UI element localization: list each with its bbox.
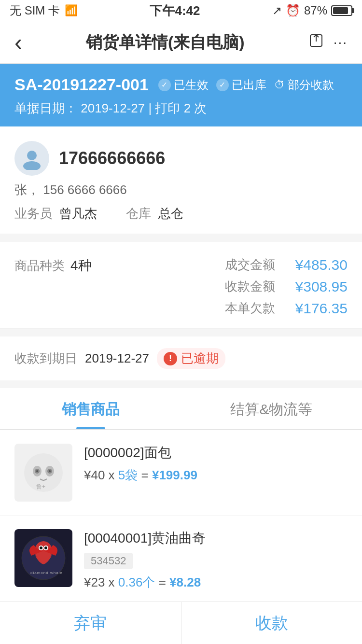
tab-settlement-label: 结算&物流等 <box>230 401 312 417</box>
badge-shipped-label: 已出库 <box>232 77 266 93</box>
date-label: 单据日期： <box>14 101 77 115</box>
svg-point-18 <box>44 546 47 549</box>
badge-partial: ⏱ 部分收款 <box>274 77 334 93</box>
print-info: | 打印 2 次 <box>148 101 207 115</box>
tabs-container: 销售商品 结算&物流等 <box>0 388 362 429</box>
tab-settlement[interactable]: 结算&物流等 <box>181 388 362 429</box>
status-right: ↗ ⏰ 87% <box>272 4 352 17</box>
product-item: 鲁+ [0000002]面包 ¥40 x 5袋 = ¥199.99 <box>0 430 362 516</box>
customer-top: 17666666666 <box>14 141 348 176</box>
product-info-2: [00040001]黄油曲奇 534532 ¥23 x 0.36个 = ¥8.2… <box>84 529 348 591</box>
cancel-label: 弃审 <box>74 612 107 634</box>
sales-person-value: 曾凡杰 <box>59 206 97 221</box>
product-price-1: ¥40 x 5袋 = ¥199.99 <box>84 467 348 484</box>
clock-icon: ⏱ <box>274 79 285 91</box>
due-date-value: 2019-12-27 <box>85 351 149 366</box>
nav-bar: ‹ 销货单详情(来自电脑) ··· <box>0 21 362 64</box>
customer-phone: 17666666666 <box>59 148 165 168</box>
order-header: SA-20191227-001 ✓ 已生效 ✓ 已出库 ⏱ 部分收款 单据日期：… <box>0 64 362 126</box>
stats-section: 商品种类 4种 成交金额 ¥485.30 收款金额 ¥308.95 本单欠款 ¥… <box>0 242 362 329</box>
overdue-text: 已逾期 <box>181 350 219 367</box>
received-row: 收款金额 ¥308.95 <box>225 278 348 295</box>
nav-actions: ··· <box>308 33 348 52</box>
overdue-badge: ! 已逾期 <box>157 348 225 369</box>
product-type-label: 商品种类 <box>14 257 65 274</box>
svg-point-17 <box>40 546 42 549</box>
amount-section: 成交金额 ¥485.30 收款金额 ¥308.95 本单欠款 ¥176.35 <box>225 256 348 317</box>
svg-text:diamond whale: diamond whale <box>30 571 63 575</box>
back-button[interactable]: ‹ <box>14 29 22 56</box>
tabs-section: 销售商品 结算&物流等 <box>0 388 362 430</box>
pay-button[interactable]: 收款 <box>181 602 362 644</box>
product-info-1: [0000002]面包 ¥40 x 5袋 = ¥199.99 <box>84 444 348 484</box>
svg-point-1 <box>27 151 37 160</box>
product-image-2: diamond whale <box>14 529 72 587</box>
order-date-row: 单据日期： 2019-12-27 | 打印 2 次 <box>14 100 348 117</box>
cancel-button[interactable]: 弃审 <box>0 602 181 644</box>
customer-meta: 业务员 曾凡杰 仓库 总仓 <box>14 205 348 222</box>
owed-value: ¥176.35 <box>285 300 348 317</box>
customer-name-label: 张， <box>14 182 40 197</box>
product-price-2: ¥23 x 0.36个 = ¥8.28 <box>84 574 348 591</box>
badge-shipped: ✓ 已出库 <box>216 77 266 93</box>
order-header-top: SA-20191227-001 ✓ 已生效 ✓ 已出库 ⏱ 部分收款 <box>14 75 348 94</box>
status-left: 无 SIM 卡 📶 <box>10 3 78 18</box>
sales-person-row: 业务员 曾凡杰 <box>14 205 97 222</box>
tab-sales-products[interactable]: 销售商品 <box>0 388 181 429</box>
order-date-value: 2019-12-27 <box>81 101 145 115</box>
pay-label: 收款 <box>255 612 288 634</box>
customer-section: 17666666666 张， 156 6666 6666 业务员 曾凡杰 仓库 … <box>0 126 362 234</box>
product-name-2: [00040001]黄油曲奇 <box>84 529 348 547</box>
svg-point-9 <box>49 470 51 472</box>
due-date-section: 收款到期日 2019-12-27 ! 已逾期 <box>0 336 362 380</box>
status-time: 下午4:42 <box>150 2 200 19</box>
tab-sales-products-label: 销售商品 <box>62 401 120 417</box>
check-icon-2: ✓ <box>216 79 229 91</box>
customer-detail: 张， 156 6666 6666 <box>14 182 348 198</box>
svg-text:鲁+: 鲁+ <box>36 483 45 490</box>
product-name-1: [0000002]面包 <box>84 444 348 462</box>
svg-point-2 <box>23 161 41 170</box>
product-sku-2: 534532 <box>84 553 133 569</box>
badge-effective: ✓ 已生效 <box>158 77 209 93</box>
deal-amount-value: ¥485.30 <box>285 257 348 273</box>
page-title: 销货单详情(来自电脑) <box>86 31 245 54</box>
check-icon-1: ✓ <box>158 79 171 91</box>
product-type-value: 4种 <box>70 256 92 275</box>
owed-row: 本单欠款 ¥176.35 <box>225 300 348 317</box>
received-value: ¥308.95 <box>285 279 348 295</box>
warehouse-value: 总仓 <box>158 206 183 221</box>
product-image-1: 鲁+ <box>14 444 72 502</box>
status-bar: 无 SIM 卡 📶 下午4:42 ↗ ⏰ 87% <box>0 0 362 21</box>
customer-alt-phone: 156 6666 6666 <box>43 182 127 197</box>
location-icon: ↗ <box>272 4 282 17</box>
product-item-2: diamond whale [00040001]黄油曲奇 534532 ¥23 … <box>0 516 362 605</box>
share-button[interactable] <box>308 33 324 52</box>
badge-partial-label: 部分收款 <box>288 77 334 93</box>
overdue-warning-icon: ! <box>164 352 177 365</box>
more-button[interactable]: ··· <box>334 35 348 50</box>
bottom-bar: 弃审 收款 <box>0 602 362 644</box>
deal-amount-label: 成交金额 <box>225 256 275 273</box>
wifi-icon: 📶 <box>65 4 78 17</box>
carrier-label: 无 SIM 卡 <box>10 3 60 18</box>
avatar <box>14 141 49 176</box>
status-badges: ✓ 已生效 ✓ 已出库 ⏱ 部分收款 <box>158 77 334 93</box>
received-label: 收款金额 <box>225 278 275 295</box>
badge-effective-label: 已生效 <box>174 77 209 93</box>
alarm-icon: ⏰ <box>286 4 300 17</box>
sales-person-label: 业务员 <box>14 206 52 221</box>
stats-row: 商品种类 4种 成交金额 ¥485.30 收款金额 ¥308.95 本单欠款 ¥… <box>14 256 348 317</box>
owed-label: 本单欠款 <box>225 300 275 317</box>
products-section: 鲁+ [0000002]面包 ¥40 x 5袋 = ¥199.99 <box>0 430 362 605</box>
battery-label: 87% <box>304 4 327 17</box>
svg-point-8 <box>36 470 38 472</box>
battery-icon <box>331 5 352 16</box>
warehouse-row: 仓库 总仓 <box>126 205 183 222</box>
due-date-label: 收款到期日 <box>14 350 77 367</box>
product-type-section: 商品种类 4种 <box>14 256 92 275</box>
warehouse-label: 仓库 <box>126 206 151 221</box>
order-id: SA-20191227-001 <box>14 75 149 94</box>
deal-amount-row: 成交金额 ¥485.30 <box>225 256 348 273</box>
